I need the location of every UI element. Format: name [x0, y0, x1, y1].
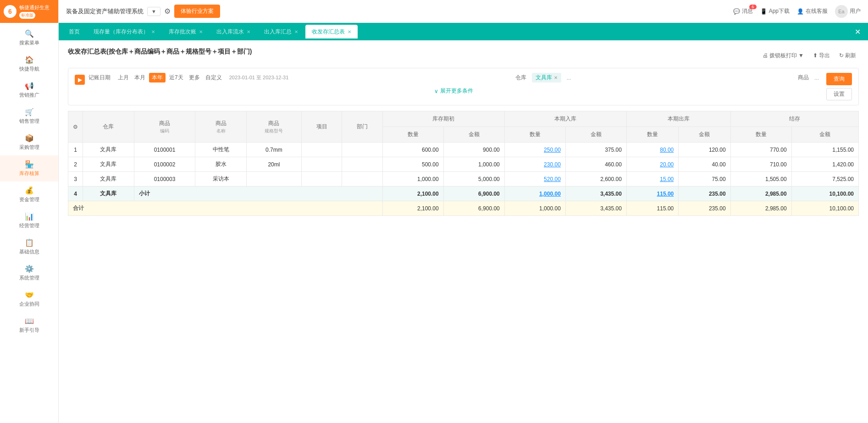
sidebar-item-quick-nav[interactable]: 🏠 快捷导航 [0, 51, 58, 77]
cell-in-qty[interactable]: 230.00 [504, 157, 565, 172]
export-button[interactable]: ⬆ 导出 [810, 50, 833, 61]
date-btn-this-month[interactable]: 本月 [133, 73, 147, 82]
th-out: 本期出库 [626, 111, 730, 127]
tab-stock-dist[interactable]: 现存量（库存分布表） ✕ [87, 25, 161, 38]
th-balance-amt: 金额 [791, 127, 858, 143]
th-in: 本期入库 [504, 111, 626, 127]
page-title: 收发存汇总表(按仓库＋商品编码＋商品＋规格型号＋项目＋部门) [68, 48, 252, 56]
tab-in-out-flow[interactable]: 出入库流水 ✕ [210, 25, 257, 38]
filter-settings-button[interactable]: 设置 [826, 88, 852, 100]
subtotal-out-qty[interactable]: 115.00 [626, 187, 678, 201]
sidebar-item-inventory[interactable]: 🏪 库存核算 [0, 155, 58, 181]
cell-in-qty[interactable]: 520.00 [504, 172, 565, 187]
th-balance-qty: 数量 [730, 127, 791, 143]
date-btn-7-days[interactable]: 近7天 [167, 73, 185, 82]
sidebar-item-operations[interactable]: 📊 经营管理 [0, 208, 58, 234]
online-service-action[interactable]: 👤 在线客服 [797, 7, 828, 15]
tab-home[interactable]: 首页 [62, 25, 86, 38]
tab-batch-account[interactable]: 库存批次账 ✕ [162, 25, 209, 38]
th-in-amt: 金额 [565, 127, 626, 143]
sidebar-item-guide[interactable]: 📖 新手引导 [0, 312, 58, 338]
sidebar: 6 畅捷通好生意 标准版 🔍 搜索菜单 🏠 快捷导航 📢 营销推广 🛒 销售管理… [0, 0, 59, 423]
system-dropdown-button[interactable]: ▼ [147, 7, 160, 16]
th-opening: 库存期初 [382, 111, 504, 127]
footer-balance-qty: 2,985.00 [730, 201, 791, 216]
subtotal-in-qty[interactable]: 1,000.00 [504, 187, 565, 201]
th-product-code: 商品编码 [134, 111, 195, 143]
date-btn-more[interactable]: 更多 [187, 73, 202, 82]
warehouse-more-button[interactable]: ... [567, 75, 571, 81]
tab-in-out-flow-close[interactable]: ✕ [247, 29, 250, 34]
cell-project [301, 157, 342, 172]
th-settings[interactable]: ⚙ [68, 111, 83, 143]
date-range: 2023-01-01 至 2023-12-31 [229, 74, 289, 81]
export-icon: ⬆ [813, 52, 818, 59]
sidebar-item-operations-label: 经营管理 [19, 222, 39, 229]
app-download-icon: 📱 [760, 8, 767, 15]
warehouse-tag-close[interactable]: ✕ [554, 75, 558, 80]
basic-info-icon: 📋 [25, 238, 34, 247]
tab-bar-close-all[interactable]: ✕ [851, 27, 864, 36]
sidebar-item-quicknav-label: 快捷导航 [19, 66, 39, 72]
tab-recv-send-summary-close[interactable]: ✕ [348, 29, 351, 34]
collab-icon: 🤝 [25, 291, 34, 299]
date-options: 上月 本月 本年 近7天 更多 自定义 [116, 73, 224, 82]
sidebar-item-marketing[interactable]: 📢 营销推广 [0, 77, 58, 103]
tab-in-out-summary[interactable]: 出入库汇总 ✕ [258, 25, 304, 38]
subtotal-opening-qty: 2,100.00 [382, 187, 443, 201]
tab-in-out-flow-label: 出入库流水 [216, 28, 244, 36]
cell-in-qty[interactable]: 250.00 [504, 143, 565, 157]
sidebar-item-system[interactable]: ⚙️ 系统管理 [0, 260, 58, 286]
date-btn-last-month[interactable]: 上月 [116, 73, 131, 82]
footer-label: 合计 [68, 201, 383, 216]
tab-recv-send-summary-label: 收发存汇总表 [312, 28, 345, 36]
subtotal-out-amt: 235.00 [679, 187, 730, 201]
date-btn-custom[interactable]: 自定义 [204, 73, 224, 82]
cell-out-qty[interactable]: 80.00 [626, 143, 678, 157]
settings-icon-button[interactable]: ⚙ [164, 7, 171, 16]
product-more-button[interactable]: ... [814, 75, 819, 81]
expand-conditions[interactable]: ∨ 展开更多条件 [88, 85, 819, 97]
message-action[interactable]: 💬 消息 6 [733, 7, 753, 15]
cell-in-amt: 375.00 [565, 143, 626, 157]
date-btn-this-year[interactable]: 本年 [149, 73, 166, 82]
app-download-action[interactable]: 📱 App下载 [760, 7, 790, 15]
th-out-amt: 金额 [679, 127, 730, 143]
cell-product-code: 0100001 [134, 143, 195, 157]
user-action[interactable]: Ea 用户 [835, 5, 861, 18]
system-name: 装备及固定资产辅助管理系统 [66, 7, 144, 16]
sidebar-item-finance[interactable]: 💰 资金管理 [0, 181, 58, 208]
sidebar-item-sales[interactable]: 🛒 销售管理 [0, 103, 58, 129]
th-product-name: 商品名称 [195, 111, 247, 143]
cell-opening-amt: 5,000.00 [443, 172, 504, 187]
tab-stock-dist-close[interactable]: ✕ [151, 29, 155, 34]
print-button[interactable]: 🖨 拨锁板打印 ▼ [760, 50, 807, 61]
app-download-label: App下载 [769, 7, 790, 15]
filter-arrow-button[interactable]: ▶ [75, 75, 85, 85]
top-header: 装备及固定资产辅助管理系统 ▼ ⚙ 体验行业方案 💬 消息 6 📱 App下载 … [59, 0, 868, 23]
tab-bar: 首页 现存量（库存分布表） ✕ 库存批次账 ✕ 出入库流水 ✕ 出入库汇总 ✕ … [59, 23, 868, 40]
tab-recv-send-summary[interactable]: 收发存汇总表 ✕ [305, 25, 358, 38]
query-button[interactable]: 查询 [826, 73, 852, 85]
cell-no: 2 [68, 157, 83, 172]
sidebar-item-purchase[interactable]: 📦 采购管理 [0, 129, 58, 155]
date-label: 记账日期 [88, 74, 111, 82]
table-row: 2 文具库 0100002 胶水 20ml 500.00 1,000.00 23… [68, 157, 859, 172]
cell-out-qty[interactable]: 20.00 [626, 157, 678, 172]
sidebar-item-basic-info[interactable]: 📋 基础信息 [0, 234, 58, 260]
tab-in-out-summary-close[interactable]: ✕ [294, 29, 298, 34]
cell-product-code: 0100002 [134, 157, 195, 172]
cell-opening-qty: 500.00 [382, 157, 443, 172]
tab-stock-dist-label: 现存量（库存分布表） [94, 28, 149, 36]
online-service-label: 在线客服 [806, 7, 828, 15]
cell-project [301, 143, 342, 157]
sidebar-item-collab[interactable]: 🤝 企业协同 [0, 286, 58, 312]
cell-out-amt: 75.00 [679, 172, 730, 187]
sidebar-item-search[interactable]: 🔍 搜索菜单 [0, 25, 58, 51]
refresh-button[interactable]: ↻ 刷新 [836, 50, 859, 61]
tab-batch-account-close[interactable]: ✕ [199, 29, 203, 34]
experience-button[interactable]: 体验行业方案 [174, 5, 220, 18]
cell-opening-amt: 900.00 [443, 143, 504, 157]
th-department: 部门 [342, 111, 382, 143]
cell-out-qty[interactable]: 15.00 [626, 172, 678, 187]
